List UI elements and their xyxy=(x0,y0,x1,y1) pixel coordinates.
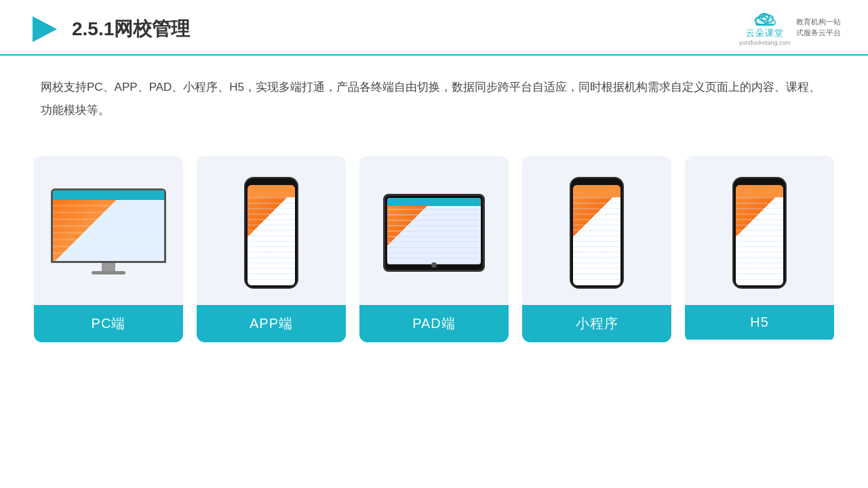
phone-app-icon xyxy=(244,177,298,289)
card-pad: PAD端 xyxy=(359,156,509,342)
description-paragraph: 网校支持PC、APP、PAD、小程序、H5，实现多端打通，产品各终端自由切换，数… xyxy=(41,76,827,122)
brand-area: 云朵课堂 yunduoketang.com 教育机构一站 式服务云平台 xyxy=(739,8,841,46)
card-pc-label: PC端 xyxy=(34,305,183,342)
card-app-label: APP端 xyxy=(197,305,346,342)
card-app-image xyxy=(197,156,346,305)
phone-miniprogram-icon xyxy=(570,177,624,289)
card-h5-label: H5 xyxy=(685,305,834,340)
tablet-icon xyxy=(383,194,485,272)
cloud-icon xyxy=(753,8,777,27)
brand-url: yunduoketang.com xyxy=(739,39,791,46)
card-miniprogram-label: 小程序 xyxy=(522,305,671,342)
brand-name: 云朵课堂 xyxy=(746,27,784,39)
card-pad-label: PAD端 xyxy=(359,305,509,342)
card-h5: H5 xyxy=(685,156,834,342)
card-miniprogram-image xyxy=(522,156,671,305)
svg-marker-0 xyxy=(33,16,57,42)
card-miniprogram: 小程序 xyxy=(522,156,671,342)
phone-h5-icon xyxy=(732,177,787,289)
card-pc: PC端 xyxy=(34,156,183,342)
brand-tagline: 教育机构一站 式服务云平台 xyxy=(796,16,841,39)
device-cards-container: PC端 APP端 PAD端 小程序 xyxy=(0,136,868,363)
description-text: 网校支持PC、APP、PAD、小程序、H5，实现多端打通，产品各终端自由切换，数… xyxy=(0,56,868,129)
brand-logo: 云朵课堂 yunduoketang.com xyxy=(739,8,791,46)
pc-monitor-icon xyxy=(47,188,170,277)
card-pc-image xyxy=(34,156,183,305)
page-title: 2.5.1网校管理 xyxy=(72,16,190,42)
logo-icon xyxy=(27,12,61,46)
card-h5-image xyxy=(685,156,834,305)
card-pad-image xyxy=(359,156,509,305)
card-app: APP端 xyxy=(197,156,346,342)
page-header: 2.5.1网校管理 云朵课堂 yunduoketang.com 教育机构一站 式… xyxy=(0,0,868,56)
